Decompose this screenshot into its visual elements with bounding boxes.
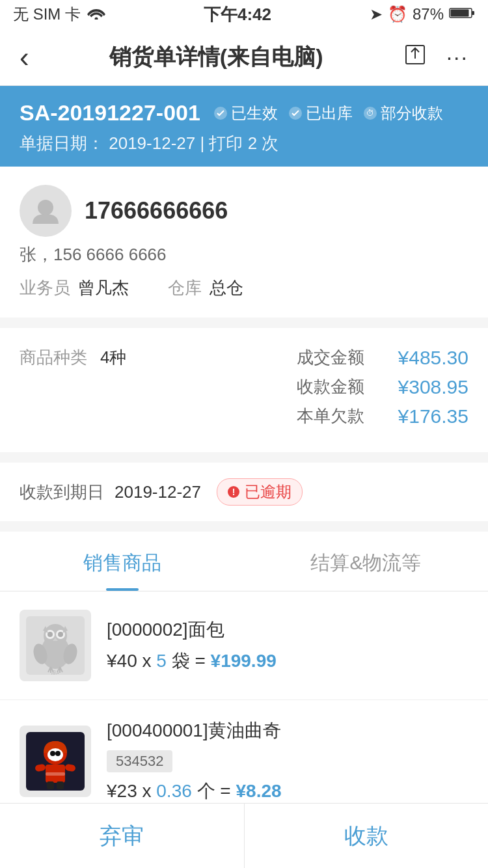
status-tags: 已生效 已出库 ⏱ 部分收款: [213, 103, 443, 124]
debt-amount-label: 本单欠款: [297, 405, 364, 427]
share-icon[interactable]: [403, 43, 427, 72]
location-icon: ➤: [370, 5, 383, 23]
product-info-1: [0000002]面包 ¥40 x 5 袋 = ¥199.99: [107, 617, 468, 673]
tabs-row: 销售商品 结算&物流等: [0, 532, 488, 591]
product-thumb-2: [20, 726, 91, 797]
svg-point-32: [47, 748, 63, 761]
product-qty-1: 5: [156, 651, 167, 671]
salesperson-label: 业务员: [20, 277, 70, 299]
product-total-2: ¥8.28: [236, 781, 281, 801]
more-icon[interactable]: ···: [446, 44, 468, 70]
product-type-item: 商品种类 4种: [20, 346, 126, 369]
customer-name-phone: 张，156 6666 6666: [20, 243, 468, 266]
product-list: 品+ [0000002]面包 ¥40 x 5 袋 = ¥199.99: [0, 591, 488, 822]
nav-right-actions: ···: [403, 43, 468, 72]
order-id-row: SA-20191227-001 已生效 已出库 ⏱ 部分收款: [20, 100, 468, 126]
svg-rect-3: [450, 10, 468, 17]
due-date-value: 2019-12-27: [115, 482, 201, 502]
overdue-badge: ! 已逾期: [217, 478, 303, 506]
trading-amount-row: 成交金额 ¥485.30: [297, 346, 468, 369]
tab-settlement[interactable]: 结算&物流等: [244, 532, 488, 591]
salesperson-item: 业务员 曾凡杰: [20, 277, 129, 299]
summary-section: 商品种类 4种 成交金额 ¥485.30 收款金额 ¥308.95 本单欠款 ¥…: [0, 328, 488, 452]
back-button[interactable]: ‹: [20, 41, 29, 74]
product-name-2: [000400001]黄油曲奇: [107, 718, 468, 743]
summary-left: 商品种类 4种: [20, 346, 126, 372]
nav-bar: ‹ 销货单详情(来自电脑) ···: [0, 29, 488, 86]
collected-amount-value: ¥308.95: [377, 376, 468, 398]
sim-text: 无 SIM 卡: [13, 4, 81, 25]
svg-rect-39: [57, 781, 64, 789]
svg-point-10: [38, 200, 53, 215]
due-date-label: 收款到期日: [20, 481, 104, 504]
svg-text:品+: 品+: [51, 670, 60, 675]
salesperson-value: 曾凡杰: [78, 277, 129, 299]
battery-icon: [449, 5, 475, 23]
product-qty-2: 0.36: [156, 781, 192, 801]
list-item: 品+ [0000002]面包 ¥40 x 5 袋 = ¥199.99: [0, 591, 488, 700]
order-date-row: 单据日期： 2019-12-27 | 打印 2 次: [20, 132, 468, 155]
status-effective: 已生效: [213, 103, 278, 124]
product-thumb-1: 品+: [20, 610, 91, 681]
collected-amount-label: 收款金额: [297, 375, 364, 398]
warehouse-label: 仓库: [168, 277, 202, 299]
tabs-section: 销售商品 结算&物流等: [0, 532, 488, 591]
customer-details: 业务员 曾凡杰 仓库 总仓: [20, 277, 468, 299]
product-info-2: [000400001]黄油曲奇 534532 ¥23 x 0.36 个 = ¥8…: [107, 718, 468, 804]
status-shipped: 已出库: [288, 103, 353, 124]
debt-amount-row: 本单欠款 ¥176.35: [297, 405, 468, 427]
battery-text: 87%: [413, 5, 444, 23]
warehouse-item: 仓库 总仓: [168, 277, 243, 299]
wifi-icon: [87, 5, 105, 23]
debt-amount-value: ¥176.35: [377, 405, 468, 427]
svg-point-17: [58, 632, 63, 637]
svg-rect-38: [47, 781, 54, 789]
product-total-1: ¥199.99: [211, 651, 277, 671]
status-time: 下午4:42: [204, 3, 271, 26]
status-left: 无 SIM 卡: [13, 4, 105, 25]
customer-info: 17666666666: [85, 197, 228, 224]
svg-point-0: [95, 18, 98, 20]
product-price-2: ¥23 x 0.36 个 = ¥8.28: [107, 779, 468, 804]
collect-payment-button[interactable]: 收款: [245, 804, 489, 868]
summary-right: 成交金额 ¥485.30 收款金额 ¥308.95 本单欠款 ¥176.35: [297, 346, 468, 434]
order-header: SA-20191227-001 已生效 已出库 ⏱ 部分收款 单据日期： 201…: [0, 86, 488, 167]
order-id: SA-20191227-001: [20, 100, 200, 126]
svg-text:⏱: ⏱: [366, 109, 374, 118]
product-type-value: 4种: [100, 346, 126, 369]
trading-amount-value: ¥485.30: [377, 347, 468, 369]
product-price-1: ¥40 x 5 袋 = ¥199.99: [107, 649, 468, 673]
svg-rect-40: [46, 772, 65, 776]
due-date-section: 收款到期日 2019-12-27 ! 已逾期: [0, 463, 488, 521]
customer-row: 17666666666: [20, 185, 468, 237]
alarm-icon: ⏰: [388, 5, 407, 23]
cancel-review-button[interactable]: 弃审: [0, 804, 245, 868]
customer-phone: 17666666666: [85, 197, 228, 224]
status-partial-payment: ⏱ 部分收款: [363, 103, 443, 124]
product-badge-2: 534532: [107, 750, 172, 772]
customer-section: 17666666666 张，156 6666 6666 业务员 曾凡杰 仓库 总…: [0, 167, 488, 318]
warehouse-value: 总仓: [210, 277, 243, 299]
svg-point-16: [47, 632, 53, 637]
avatar: [20, 185, 72, 237]
overdue-dot-icon: !: [228, 486, 239, 498]
page-title: 销货单详情(来自电脑): [109, 42, 323, 72]
tab-products[interactable]: 销售商品: [0, 532, 244, 591]
product-type-label: 商品种类: [20, 346, 87, 369]
overdue-text: 已逾期: [245, 481, 291, 502]
trading-amount-label: 成交金额: [297, 346, 364, 369]
status-right: ➤ ⏰ 87%: [370, 5, 475, 23]
svg-point-34: [55, 751, 61, 756]
svg-rect-2: [472, 11, 474, 15]
bottom-bar: 弃审 收款: [0, 803, 488, 868]
product-name-1: [0000002]面包: [107, 617, 468, 642]
status-bar: 无 SIM 卡 下午4:42 ➤ ⏰ 87%: [0, 0, 488, 29]
svg-point-33: [50, 751, 55, 756]
collected-amount-row: 收款金额 ¥308.95: [297, 375, 468, 398]
